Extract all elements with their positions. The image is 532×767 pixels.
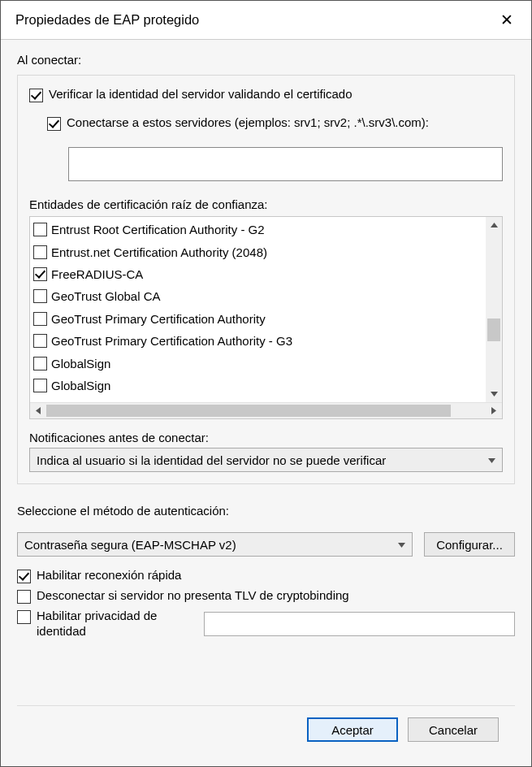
ca-item-checkbox[interactable] <box>33 334 47 348</box>
ca-item-checkbox[interactable] <box>33 245 47 259</box>
ca-listbox: Entrust Root Certification Authority - G… <box>29 216 503 419</box>
connect-heading: Al conectar: <box>17 53 515 67</box>
verify-cert-row: Verificar la identidad del servidor vali… <box>29 87 503 102</box>
cancel-button[interactable]: Cancelar <box>408 717 499 742</box>
dialog-content: Al conectar: Verificar la identidad del … <box>1 40 531 766</box>
fast-reconnect-label: Habilitar reconexión rápida <box>37 568 181 583</box>
verify-cert-label: Verificar la identidad del servidor vali… <box>49 87 353 102</box>
disconnect-tlv-row: Desconectar si servidor no presenta TLV … <box>17 588 515 604</box>
close-icon[interactable]: ✕ <box>494 9 520 31</box>
ca-item-label: GeoTrust Primary Certification Authority <box>51 312 266 326</box>
notif-label: Notificaciones antes de conectar: <box>29 431 503 444</box>
chevron-down-icon <box>398 540 405 549</box>
list-item[interactable]: GlobalSign <box>33 375 486 396</box>
ca-item-checkbox[interactable] <box>33 379 47 392</box>
ca-items: Entrust Root Certification Authority - G… <box>30 217 486 402</box>
connect-servers-checkbox[interactable] <box>47 117 61 131</box>
connect-servers-label: Conectarse a estos servidores (ejemplos:… <box>67 115 429 131</box>
horizontal-scrollbar[interactable] <box>30 402 502 418</box>
chevron-down-icon <box>488 456 495 465</box>
ca-item-checkbox[interactable] <box>33 267 47 281</box>
scroll-down-icon[interactable] <box>486 386 502 402</box>
ca-item-checkbox[interactable] <box>33 312 47 326</box>
ca-item-label: GlobalSign <box>51 357 110 370</box>
connect-servers-row: Conectarse a estos servidores (ejemplos:… <box>47 115 503 131</box>
fast-reconnect-row: Habilitar reconexión rápida <box>17 568 515 583</box>
identity-privacy-label: Habilitar privacidad de identidad <box>37 609 196 639</box>
vertical-track[interactable] <box>486 233 502 386</box>
ca-item-checkbox[interactable] <box>33 357 47 370</box>
options-block: Habilitar reconexión rápida Desconectar … <box>17 568 515 639</box>
disconnect-tlv-label: Desconectar si servidor no presenta TLV … <box>37 588 349 604</box>
list-item[interactable]: GeoTrust Primary Certification Authority <box>33 308 486 330</box>
dialog-footer: Aceptar Cancelar <box>17 705 515 756</box>
connect-groupbox: Verificar la identidad del servidor vali… <box>17 75 515 484</box>
ca-list-label: Entidades de certificación raíz de confi… <box>29 197 503 211</box>
ca-item-label: Entrust Root Certification Authority - G… <box>51 223 265 236</box>
vertical-thumb[interactable] <box>487 318 500 341</box>
configure-button[interactable]: Configurar... <box>424 532 515 557</box>
ca-item-label: GeoTrust Global CA <box>51 289 161 303</box>
ok-button[interactable]: Aceptar <box>307 717 398 742</box>
auth-method-value: Contraseña segura (EAP-MSCHAP v2) <box>24 538 236 552</box>
window-title: Propiedades de EAP protegido <box>15 12 199 28</box>
disconnect-tlv-checkbox[interactable] <box>17 590 31 604</box>
list-item[interactable]: Entrust.net Certification Authority (204… <box>33 240 486 262</box>
vertical-scrollbar[interactable] <box>486 217 502 402</box>
auth-method-label: Seleccione el método de autenticación: <box>17 504 515 518</box>
ca-item-checkbox[interactable] <box>33 223 47 236</box>
ca-item-label: Entrust.net Certification Authority (204… <box>51 245 267 259</box>
ca-item-label: GeoTrust Primary Certification Authority… <box>51 334 292 348</box>
fast-reconnect-checkbox[interactable] <box>17 570 31 583</box>
list-item[interactable]: FreeRADIUS-CA <box>33 263 486 285</box>
list-item[interactable]: GlobalSign <box>33 352 486 374</box>
identity-privacy-checkbox[interactable] <box>17 610 31 624</box>
list-item[interactable]: Entrust Root Certification Authority - G… <box>33 219 486 240</box>
ca-item-label: FreeRADIUS-CA <box>51 267 143 281</box>
horizontal-track[interactable] <box>46 403 486 418</box>
ca-item-label: GlobalSign <box>51 379 110 392</box>
horizontal-thumb[interactable] <box>46 405 451 417</box>
verify-cert-checkbox[interactable] <box>29 89 43 102</box>
list-item[interactable]: GeoTrust Primary Certification Authority… <box>33 330 486 352</box>
scroll-up-icon[interactable] <box>486 217 502 233</box>
identity-privacy-row: Habilitar privacidad de identidad <box>17 609 515 639</box>
identity-privacy-input[interactable] <box>204 612 515 636</box>
ca-item-checkbox[interactable] <box>33 289 47 303</box>
auth-method-dropdown[interactable]: Contraseña segura (EAP-MSCHAP v2) <box>17 532 413 557</box>
title-bar: Propiedades de EAP protegido ✕ <box>1 1 531 40</box>
notif-value: Indica al usuario si la identidad del se… <box>37 453 386 467</box>
scroll-left-icon[interactable] <box>30 403 46 418</box>
list-item[interactable]: GeoTrust Global CA <box>33 285 486 307</box>
connect-servers-input[interactable] <box>68 147 503 181</box>
notif-dropdown[interactable]: Indica al usuario si la identidad del se… <box>29 448 503 472</box>
scroll-right-icon[interactable] <box>486 403 502 418</box>
